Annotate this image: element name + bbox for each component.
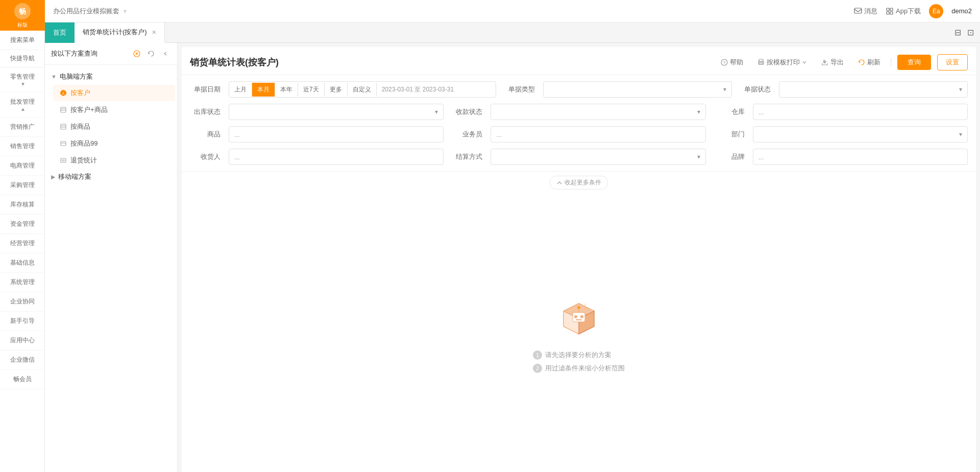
purchase-label: 采购管理 [10, 181, 35, 188]
tree-group-desktop-header[interactable]: ▼ 电脑端方案 [45, 69, 177, 84]
sidebar-item-newbie[interactable]: 新手引导 [0, 312, 44, 331]
sidebar-search[interactable]: 搜索菜单 [0, 31, 44, 50]
date-btn-7days[interactable]: 近7天 [298, 83, 325, 97]
svg-text:?: ? [723, 60, 725, 65]
tree-item-product99[interactable]: 按商品99 [53, 135, 175, 152]
out-dropdown-icon: ▾ [435, 108, 438, 115]
svg-rect-15 [61, 124, 66, 129]
sidebar-item-member[interactable]: 畅会员 [0, 370, 44, 389]
quick-nav-label: 快捷导航 [10, 55, 35, 62]
quick-nav[interactable]: 快捷导航 [0, 50, 44, 67]
out-filter[interactable]: ▾ [229, 104, 444, 120]
sidebar-item-purchase[interactable]: 采购管理 [0, 176, 44, 195]
avatar: Ea [929, 4, 943, 18]
out-label: 出库状态 [190, 107, 220, 116]
date-btn-this-year[interactable]: 本年 [275, 83, 298, 97]
tree-group-mobile-header[interactable]: ▶ 移动端方案 [45, 169, 177, 184]
collapse-filter-btn[interactable]: 收起更多条件 [550, 176, 608, 190]
svg-rect-5 [887, 12, 889, 14]
tree-item-by-customer[interactable]: 人 按客户 [53, 85, 175, 101]
sidebar-item-corp[interactable]: 企业协同 [0, 292, 44, 312]
staff-label: 业务员 [452, 130, 482, 139]
tab-minimize-btn[interactable]: ⊟ [952, 28, 963, 37]
settlement-filter[interactable]: ▾ [491, 149, 705, 165]
filter-row-4: 收货人 ... 结算方式 ▾ 品牌 ... [190, 149, 968, 165]
date-btn-more[interactable]: 更多 [325, 83, 348, 97]
sidebar-item-appcenter[interactable]: 应用中心 [0, 331, 44, 350]
print-btn[interactable]: 按模板打印 [753, 56, 811, 69]
status-filter[interactable]: ▾ [779, 81, 968, 98]
retail-label: 零售管理 [10, 73, 35, 81]
brand-filter[interactable]: ... [753, 149, 968, 165]
search-menu-label[interactable]: 搜索菜单 [10, 36, 35, 43]
type-filter[interactable]: ▾ [543, 81, 732, 98]
sidebar-item-wechat[interactable]: 企业微信 [0, 350, 44, 370]
sidebar-item-system[interactable]: 系统管理 [0, 273, 44, 292]
date-btn-custom[interactable]: 自定义 [348, 83, 377, 97]
tab-home[interactable]: 首页 [45, 22, 75, 43]
goods-filter[interactable]: ... [229, 126, 444, 143]
product99-icon [59, 139, 67, 148]
settings-btn[interactable]: 设置 [937, 54, 968, 70]
app-download-btn[interactable]: App下载 [886, 7, 921, 16]
tab-close-btn[interactable]: × [152, 28, 156, 36]
collect-filter[interactable]: ▾ [491, 104, 705, 120]
collapse-filter-label: 收起更多条件 [565, 178, 601, 187]
warehouse-filter[interactable]: ... [753, 104, 968, 120]
message-btn[interactable]: 消息 [854, 7, 877, 16]
sidebar-item-inventory[interactable]: 库存核算 [0, 195, 44, 215]
sidebar-item-ecommerce[interactable]: 电商管理 [0, 156, 44, 176]
date-label: 单据日期 [190, 85, 220, 94]
desktop-tree-items: 人 按客户 [45, 85, 177, 169]
svg-rect-3 [887, 8, 889, 11]
goods-label: 商品 [190, 130, 220, 139]
staff-filter[interactable]: ... [491, 126, 705, 143]
empty-tip-1: 1 请先选择要分析的方案 [533, 350, 625, 360]
tree-item-return-stats[interactable]: 退货统计 [53, 152, 175, 169]
sidebar-item-wholesale[interactable]: 批发管理 ▲ [0, 92, 44, 117]
header-actions: ? 帮助 按模板打印 [717, 54, 968, 70]
svg-rect-2 [854, 8, 862, 13]
svg-rect-4 [890, 8, 893, 11]
by-customer-icon: 人 [59, 89, 67, 97]
newbie-label: 新手引导 [10, 317, 35, 324]
date-btn-this-month[interactable]: 本月 [252, 83, 275, 97]
right-main: 销货单统计表(按客户) ? 帮助 [182, 47, 976, 472]
tip-num-1: 1 [533, 350, 542, 360]
tab-sales-stats[interactable]: 销货单统计计(按客户) × [75, 22, 165, 43]
empty-state: 1 请先选择要分析的方案 2 用过滤条件来缩小分析范围 [182, 194, 976, 472]
collapse-panel-btn[interactable] [160, 48, 171, 59]
breadcrumb: 办公用品行业模拟账套 ▾ [53, 7, 127, 16]
left-panel-title: 按以下方案查询 [51, 49, 97, 58]
refresh-btn[interactable]: 刷新 [854, 56, 885, 69]
refresh-label: 刷新 [867, 58, 880, 67]
finance-label: 资金管理 [10, 220, 35, 227]
query-btn[interactable]: 查询 [897, 55, 931, 70]
export-btn[interactable]: 导出 [817, 56, 848, 69]
username-label: demo2 [951, 7, 972, 15]
help-btn[interactable]: ? 帮助 [717, 56, 747, 69]
refresh-scheme-btn[interactable] [145, 48, 157, 59]
tab-maximize-btn[interactable]: ⊡ [965, 28, 976, 37]
dept-filter[interactable]: ▾ [753, 126, 968, 143]
sidebar-item-finance[interactable]: 资金管理 [0, 215, 44, 234]
sidebar-item-operations[interactable]: 经营管理 [0, 234, 44, 253]
customer-product-icon [59, 106, 67, 114]
sidebar-item-sales[interactable]: 销售管理 [0, 137, 44, 156]
sidebar-item-marketing[interactable]: 营销推广 [0, 117, 44, 137]
receiver-filter[interactable]: ... [229, 149, 444, 165]
svg-text:人: 人 [61, 91, 65, 96]
tree-item-customer-product[interactable]: 按客户+商品 [53, 102, 175, 118]
top-header-right: 消息 App下载 Ea demo2 [854, 4, 972, 18]
refresh-icon [148, 50, 155, 57]
tip-num-2: 2 [533, 364, 542, 373]
sidebar-item-retail[interactable]: 零售管理 ▼ [0, 67, 44, 92]
sidebar: 畅 标版 搜索菜单 快捷导航 零售管理 ▼ 批发管理 ▲ 营销推广 销售管理 电… [0, 0, 45, 472]
tree-item-by-product[interactable]: 按商品 [53, 119, 175, 135]
date-btn-last-month[interactable]: 上月 [229, 83, 252, 97]
sidebar-item-basic[interactable]: 基础信息 [0, 253, 44, 273]
appcenter-label: 应用中心 [10, 337, 35, 344]
help-label: 帮助 [730, 58, 743, 67]
print-icon [757, 59, 765, 66]
add-scheme-btn[interactable] [131, 48, 142, 59]
